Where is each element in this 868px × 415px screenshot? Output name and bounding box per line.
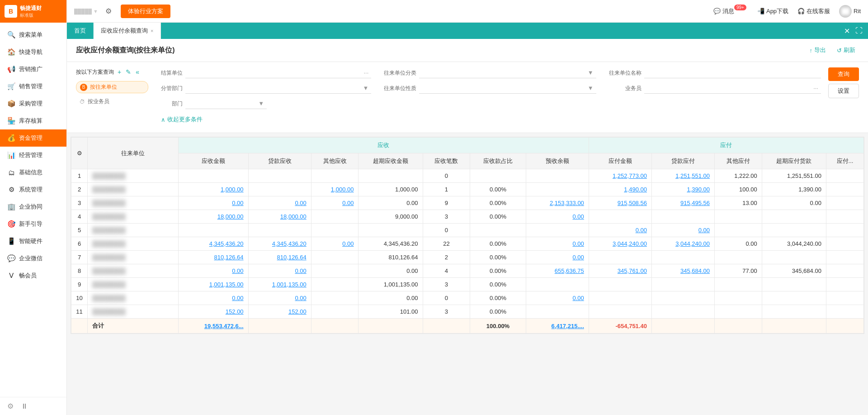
cell-link[interactable]: 0.00 [295, 295, 306, 301]
unit-category-select[interactable]: ▼ [419, 67, 596, 78]
cell-link[interactable]: 345,761.00 [618, 267, 647, 274]
cell-link[interactable]: 4,345,436.20 [209, 240, 244, 247]
plan-button[interactable]: 体验行业方案 [121, 5, 170, 18]
cell [311, 224, 359, 237]
sidebar-item-search-menu[interactable]: 🔍 搜索菜单 [0, 26, 66, 43]
cell-link[interactable]: 915,495.56 [680, 200, 710, 206]
tab-close-window-icon[interactable]: ✕ [844, 27, 850, 35]
cell-link[interactable]: 152.00 [288, 308, 307, 315]
sidebar-item-sales[interactable]: 🛒 销售管理 [0, 78, 66, 95]
collapse-footer-icon[interactable]: ⏸ [21, 402, 28, 410]
cell-link[interactable]: 18,000.00 [217, 213, 244, 220]
sidebar-item-smart-hw[interactable]: 📱 智能硬件 [0, 233, 66, 250]
cell-link[interactable]: 0.00 [636, 227, 647, 234]
sidebar-item-inventory[interactable]: 🏪 库存核算 [0, 112, 66, 129]
cell-link[interactable]: 0.00 [698, 227, 710, 234]
sidebar-item-corp-collab[interactable]: 🏢 企业协同 [0, 198, 66, 215]
unit-nature-select[interactable]: ▼ [419, 83, 596, 94]
settings-footer-icon[interactable]: ⚙ [7, 402, 14, 410]
unit-name-input[interactable] [644, 68, 821, 78]
query-button[interactable]: 查询 [828, 67, 859, 81]
cell-link[interactable]: 810,126.64 [214, 254, 244, 261]
logo-sub: 标准版 [20, 12, 42, 19]
cell-link[interactable]: 3,044,240.00 [675, 240, 710, 247]
cell-link[interactable]: 0.00 [573, 240, 584, 247]
settlement-unit-input[interactable]: ··· [185, 67, 371, 78]
cell-link[interactable]: 1,000.00 [221, 186, 244, 193]
cell-link[interactable]: 3,044,240.00 [613, 240, 647, 247]
tab-close-icon[interactable]: × [151, 28, 153, 33]
cell: 345,684.00 [651, 264, 714, 278]
total-prepay-link[interactable]: 6,417,215.... [552, 323, 584, 329]
cell-link[interactable]: 4,345,436.20 [272, 240, 307, 247]
gear-button[interactable]: ⚙ [105, 7, 112, 15]
cell-link[interactable]: 0.00 [573, 254, 584, 261]
cell-link[interactable]: 2,153,333.00 [550, 200, 584, 206]
message-button[interactable]: 💬 消息 99+ [713, 7, 748, 15]
cell-link[interactable]: 152.00 [226, 308, 244, 315]
sidebar-item-purchase[interactable]: 📦 采购管理 [0, 95, 66, 112]
cell-link[interactable]: 655,636.75 [555, 267, 584, 274]
sidebar-item-system[interactable]: ⚙ 系统管理 [0, 181, 66, 198]
salesman-input[interactable]: ··· [644, 83, 821, 94]
ar-ratio-cell: 0.00% [470, 251, 526, 264]
cell-link[interactable]: 1,001,135.00 [209, 281, 244, 288]
cell-link[interactable]: 1,390.00 [687, 186, 710, 193]
cell-link[interactable]: 0.00 [295, 200, 306, 206]
sidebar-item-vip[interactable]: Ⅴ 畅会员 [0, 267, 66, 284]
sidebar-item-operation[interactable]: 📊 经营管理 [0, 147, 66, 164]
tab-maximize-icon[interactable]: ⛶ [855, 27, 863, 35]
cell-link[interactable]: 1,251,551.00 [675, 172, 710, 179]
scheme-option-by-unit[interactable]: B 按往来单位 [76, 81, 148, 93]
app-download-button[interactable]: 📲 App下载 [757, 7, 788, 15]
cell-link[interactable]: 345,684.00 [680, 267, 710, 274]
cell-link[interactable]: 0.00 [573, 295, 584, 301]
sidebar-item-guide[interactable]: 🎯 新手引导 [0, 215, 66, 233]
collapse-more-button[interactable]: ∧ 收起更多条件 [156, 114, 208, 125]
export-button[interactable]: ↑ 导出 [806, 44, 830, 56]
edit-scheme-button[interactable]: ✎ [125, 67, 132, 76]
ar-count-cell: 0 [423, 291, 470, 305]
scheme-option-by-salesman[interactable]: ⏱ 按业务员 [76, 96, 148, 107]
settings-col-header[interactable]: ⚙ [71, 138, 88, 169]
online-service-button[interactable]: 🎧 在线客服 [797, 7, 830, 15]
tab-home[interactable]: 首页 [67, 23, 94, 39]
total-ap-overdue [762, 319, 826, 334]
topbar-breadcrumb: █████ ▼ [74, 9, 98, 14]
cell: 152.00 [248, 305, 311, 319]
cell-link[interactable]: 0.00 [295, 267, 306, 274]
tab-ar-query[interactable]: 应收应付余额查询 × [94, 23, 161, 39]
cell-link[interactable]: 0.00 [342, 240, 354, 247]
ar-ratio-header: 应收款占比 [470, 153, 526, 169]
sidebar-item-corp-wechat[interactable]: 💬 企业微信 [0, 250, 66, 267]
dept-select[interactable]: ▼ [185, 83, 371, 94]
cell-link[interactable]: 0.00 [232, 200, 243, 206]
cell-link[interactable]: 18,000.00 [280, 213, 307, 220]
department-select[interactable]: ▼ [185, 98, 267, 109]
refresh-button[interactable]: ↺ 刷新 [833, 44, 859, 56]
sidebar-item-quick-nav[interactable]: 🏠 快捷导航 [0, 43, 66, 61]
add-scheme-button[interactable]: + [117, 67, 122, 76]
sidebar-item-fund[interactable]: 💰 资金管理 [0, 129, 66, 147]
cell-link[interactable]: 0.00 [232, 295, 243, 301]
collapse-scheme-button[interactable]: « [135, 67, 140, 76]
sidebar-item-marketing[interactable]: 📢 营销推广 [0, 61, 66, 78]
total-ar-link[interactable]: 19,553,472,6... [204, 323, 244, 329]
cell-link[interactable]: 1,000.00 [331, 186, 354, 193]
setting-button[interactable]: 设置 [828, 84, 859, 98]
cell-link[interactable]: 810,126.64 [277, 254, 307, 261]
sidebar-item-basic-info[interactable]: 🗂 基础信息 [0, 164, 66, 181]
marketing-icon: 📢 [7, 65, 15, 73]
cell-link[interactable]: 1,490.00 [624, 186, 647, 193]
vip-icon: Ⅴ [7, 272, 15, 280]
user-avatar-area[interactable]: ██ Rit [839, 5, 861, 18]
cell-link[interactable]: 1,001,135.00 [272, 281, 307, 288]
cell-link[interactable]: 1,252,773.00 [613, 172, 647, 179]
filter-settlement-unit: 结算单位 ··· [156, 67, 371, 78]
cell-link[interactable]: 0.00 [573, 213, 584, 220]
table-settings-icon: ⚙ [77, 150, 82, 157]
cell-link[interactable]: 915,508.56 [618, 200, 647, 206]
ar-ratio-cell: 0.00% [470, 278, 526, 291]
cell-link[interactable]: 0.00 [342, 200, 354, 206]
cell-link[interactable]: 0.00 [232, 267, 243, 274]
